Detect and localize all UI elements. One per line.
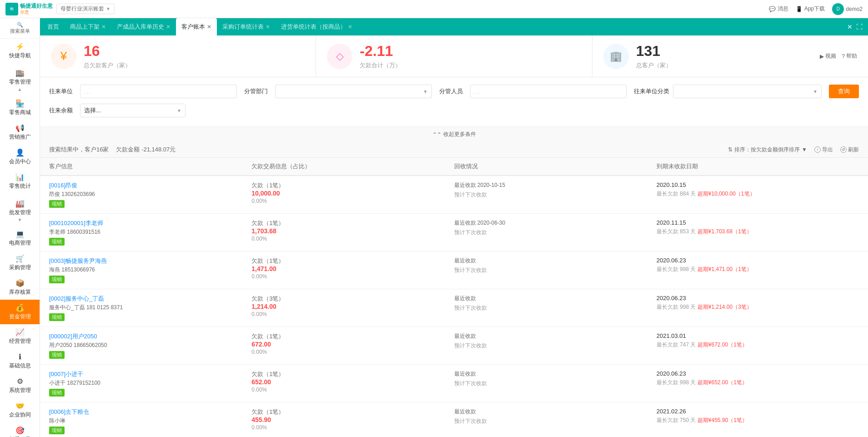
debt-count-1: 欠款（1笔） <box>251 181 454 190</box>
sidebar-item-ecommerce[interactable]: 💻 电商管理 <box>0 226 40 251</box>
cell-customer-7: [0006]去下粮仓 陈小琳 现销 <box>49 408 251 434</box>
collection-latest-1: 最近收款 2020-10-15 <box>454 181 657 189</box>
tab-maximize[interactable]: ⛶ <box>856 23 863 30</box>
filter-category-label: 往来单位分类 <box>634 87 669 95</box>
collapse-more-bar[interactable]: ⌃⌃ 收起更多条件 <box>40 126 868 142</box>
sort-selector[interactable]: ⇅ 排序：按欠款金额倒序排序 ▼ <box>728 146 807 154</box>
table-row: [0007]小进干 小进干 18279152100 现销 欠款（1笔） 652.… <box>40 365 868 402</box>
customer-name-4[interactable]: [0002]服务中心_丁磊 <box>49 295 251 303</box>
search-button[interactable]: 查询 <box>829 85 859 98</box>
table-row: [0003]畅捷服务尹海燕 海燕 18513066976 现销 欠款（1笔） 1… <box>40 251 868 289</box>
sidebar-item-retail-mgmt[interactable]: 🏬 零售管理 ▲ <box>0 65 40 95</box>
tab-inbound-close[interactable]: ✕ <box>166 24 171 30</box>
export-button[interactable]: ↑ 导出 <box>814 146 833 154</box>
user-menu[interactable]: D demo2 <box>832 3 863 15</box>
tab-inbound[interactable]: 产成品入库单历史 ✕ <box>111 18 176 35</box>
balance-select[interactable]: 选择... ▼ <box>80 104 186 117</box>
overdue-link-1[interactable]: 超期¥10,000.00（1笔） <box>697 191 755 197</box>
cell-due-1: 2020.10.15 最长欠款 884 天 超期¥10,000.00（1笔） <box>657 181 859 198</box>
overdue-link-7[interactable]: 超期¥455.90（1笔） <box>697 417 748 423</box>
customer-tag-5: 现销 <box>49 351 65 359</box>
sidebar-item-wholesale[interactable]: 🏭 批发管理 ▼ <box>0 196 40 226</box>
collection-next-6: 预计下次收款 <box>454 380 657 387</box>
customer-name-1[interactable]: [0016]昂俊 <box>49 181 251 190</box>
tab-products[interactable]: 商品上下架 ✕ <box>65 18 111 35</box>
refresh-button[interactable]: ↺ 刷新 <box>840 146 859 154</box>
customer-name-6[interactable]: [0007]小进干 <box>49 370 251 378</box>
overdue-link-6[interactable]: 超期¥652.00（1笔） <box>697 379 748 386</box>
person-input[interactable]: ... <box>470 85 627 98</box>
sidebar-item-inventory[interactable]: 📦 库存核算 <box>0 275 40 300</box>
tab-close-all[interactable]: ✕ <box>847 23 853 30</box>
overdue-link-4[interactable]: 超期¥1,214.00（3笔） <box>697 304 752 310</box>
summary-card-debtors: ¥ 16 总欠款客户（家） <box>40 35 316 77</box>
help-button[interactable]: ? 帮助 <box>842 52 857 60</box>
diamond-icon: ◇ <box>336 50 344 62</box>
cell-collection-1: 最近收款 2020-10-15 预计下次收款 <box>454 181 657 199</box>
tab-customer-ledger-close[interactable]: ✕ <box>207 24 211 30</box>
summary-card-total-customers: 🏢 131 总客户（家） ▶ 视频 ? 帮助 <box>592 35 868 77</box>
wholesale-icon: 🏭 <box>15 199 25 208</box>
dept-select[interactable]: ▼ <box>275 85 432 98</box>
store-selector[interactable]: 母婴行业演示账套 ▼ <box>56 4 115 14</box>
total-customers-card-info: 131 总客户（家） <box>636 43 672 70</box>
search-menu[interactable]: 🔍 搜索菜单 <box>0 18 40 39</box>
category-select[interactable]: ▼ <box>673 85 822 98</box>
sidebar-item-label-quick-nav: 快捷导航 <box>9 52 31 60</box>
search-menu-label: 搜索菜单 <box>2 28 38 35</box>
debt-ratio-6: 0.00% <box>251 387 454 393</box>
category-arrow: ▼ <box>813 89 818 94</box>
overdue-link-5[interactable]: 超期¥672.00（1笔） <box>697 342 748 348</box>
debt-count-2: 欠款（1笔） <box>251 219 454 227</box>
sidebar-item-basic-info[interactable]: ℹ 基础信息 <box>0 349 40 373</box>
tab-purchase-stats-close[interactable]: ✕ <box>348 24 352 30</box>
retail-stats-icon: 📊 <box>15 173 25 181</box>
overdue-link-3[interactable]: 超期¥1,471.00（1笔） <box>697 266 752 272</box>
customer-name-3[interactable]: [0003]畅捷服务尹海燕 <box>49 257 251 265</box>
message-button[interactable]: 💬 消息 <box>769 5 788 13</box>
sidebar-item-retail-stats[interactable]: 📊 零售统计 <box>0 169 40 194</box>
tab-products-close[interactable]: ✕ <box>101 24 106 30</box>
cell-due-7: 2021.02.26 最长欠款 750 天 超期¥455.90（1笔） <box>657 408 859 424</box>
sidebar-item-guide[interactable]: 🎯 新手引导 <box>0 422 40 437</box>
debt-amount-7: 455.90 <box>251 416 454 423</box>
avatar: D <box>832 3 844 15</box>
sidebar-item-marketing[interactable]: 📢 营销推广 <box>0 120 40 145</box>
customer-name-7[interactable]: [0006]去下粮仓 <box>49 408 251 416</box>
customer-name-5[interactable]: [000002]用户2050 <box>49 332 251 341</box>
video-button[interactable]: ▶ 视频 <box>820 52 836 60</box>
tab-purchase-order-close[interactable]: ✕ <box>266 24 270 30</box>
building-icon: 🏢 <box>610 50 622 62</box>
tab-purchase-stats[interactable]: 进货单统计表（按商品） ✕ <box>276 18 358 35</box>
debtors-card-icon: ¥ <box>51 44 76 69</box>
cell-customer-5: [000002]用户2050 用户2050 18665062050 现销 <box>49 332 251 359</box>
tab-home[interactable]: 首页 <box>42 18 65 35</box>
header-customer: 客户信息 <box>49 162 251 171</box>
overdue-link-2[interactable]: 超期¥1,703.68（1笔） <box>697 228 752 235</box>
customer-name-2[interactable]: [0001020001]李老师 <box>49 219 251 227</box>
sidebar-item-finance[interactable]: 💰 资金管理 <box>0 300 40 324</box>
sidebar-item-purchase[interactable]: 🛒 采购管理 <box>0 251 40 275</box>
customer-input[interactable]: ... <box>80 85 237 98</box>
sidebar-item-collab[interactable]: 🤝 企业协同 <box>0 398 40 422</box>
filter-dept-label: 分管部门 <box>244 87 271 95</box>
due-date-2: 2020.11.15 <box>657 219 859 226</box>
overdue-days-5: 最长欠款 747 天 超期¥672.00（1笔） <box>657 341 859 349</box>
yuan-icon: ¥ <box>60 49 67 63</box>
sidebar-item-operations[interactable]: 📈 经营管理 <box>0 324 40 349</box>
overdue-days-6: 最长欠款 998 天 超期¥652.00（1笔） <box>657 379 859 387</box>
tab-purchase-order[interactable]: 采购订单统计表 ✕ <box>217 18 276 35</box>
debt-amount-3: 1,471.00 <box>251 265 454 272</box>
tab-customer-ledger[interactable]: 客户账本 ✕ <box>176 18 217 35</box>
debt-ratio-1: 0.00% <box>251 198 454 204</box>
app-download-button[interactable]: 📱 App下载 <box>796 5 825 13</box>
help-label: 帮助 <box>846 52 857 60</box>
debt-amount-6: 652.00 <box>251 378 454 386</box>
table-row: [0002]服务中心_丁磊 服务中心_丁磊 181 0125 8371 现销 欠… <box>40 289 868 327</box>
search-icon: 🔍 <box>17 22 23 27</box>
logo-text: 畅捷通好生意 <box>20 3 53 9</box>
sidebar-item-system[interactable]: ⚙ 系统管理 <box>0 373 40 398</box>
sidebar-item-quick-nav[interactable]: ⚡ 快捷导航 <box>0 39 40 63</box>
sidebar-item-retail-mall[interactable]: 🏪 零售商城 <box>0 95 40 120</box>
sidebar-item-member[interactable]: 👤 会员中心 <box>0 145 40 169</box>
